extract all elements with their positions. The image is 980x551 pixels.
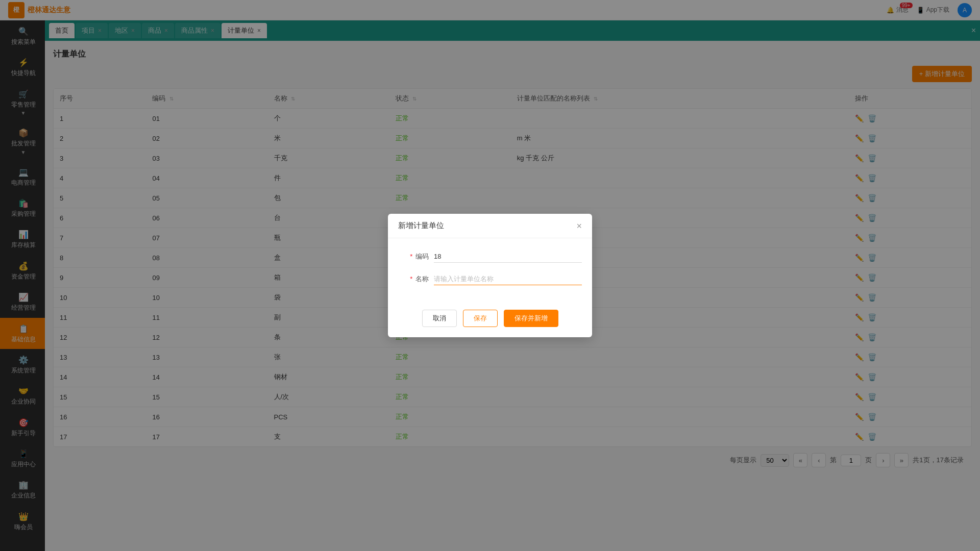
save-and-new-button[interactable]: 保存并新增 [504, 310, 558, 327]
code-label-text: 编码 [415, 253, 429, 260]
code-label: * 编码 [398, 252, 429, 261]
modal-close-button[interactable]: × [576, 221, 582, 231]
name-required-mark: * [410, 275, 412, 283]
name-label-text: 名称 [415, 275, 429, 283]
modal-header: 新增计量单位 × [388, 214, 592, 238]
name-input[interactable] [434, 273, 582, 285]
code-input[interactable] [434, 251, 582, 263]
modal-body: * 编码 * 名称 [388, 238, 592, 304]
code-required-mark: * [410, 253, 412, 260]
cancel-button[interactable]: 取消 [422, 310, 457, 327]
modal-overlay: 新增计量单位 × * 编码 * 名称 取消 保存 保存并新增 [0, 0, 980, 551]
save-button[interactable]: 保存 [463, 310, 498, 327]
form-row-code: * 编码 [398, 251, 582, 263]
modal-title: 新增计量单位 [398, 221, 444, 231]
name-label: * 名称 [398, 274, 429, 284]
form-row-name: * 名称 [398, 273, 582, 285]
add-measure-unit-modal: 新增计量单位 × * 编码 * 名称 取消 保存 保存并新增 [388, 214, 592, 337]
modal-footer: 取消 保存 保存并新增 [388, 304, 592, 337]
